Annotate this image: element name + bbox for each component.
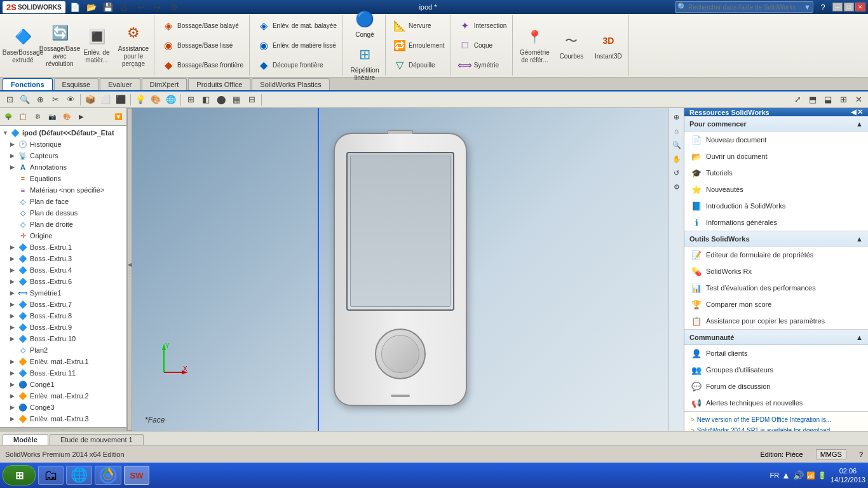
panel-collapse-handle[interactable]: ◀ · · ·	[127, 108, 132, 431]
item-ouvrir-doc[interactable]: 📂 Ouvrir un document	[684, 148, 868, 165]
viewport-quad-btn[interactable]: ⊞	[836, 93, 850, 106]
rebuild-btn[interactable]: ⚙	[167, 1, 181, 13]
tree-item-plan-droite[interactable]: ◇ Plan de droite	[1, 219, 125, 230]
item-forum[interactable]: 💬 Forum de discussion	[684, 378, 868, 395]
item-editeur-formulaire[interactable]: 📝 Editeur de formulaire de propriétés	[684, 247, 868, 263]
tree-item-equations[interactable]: = Equations	[1, 173, 125, 184]
news-item-1[interactable]: SolidWorks 2014 SP1 is available for dow…	[684, 425, 868, 431]
new-file-btn[interactable]: 📄	[68, 1, 82, 13]
tree-item-origine[interactable]: ✛ Origine	[1, 230, 125, 241]
nav-btn-4[interactable]: ✋	[670, 152, 683, 165]
tree-item-boss9[interactable]: ▶ 🔷 Boss.-Extru.9	[1, 322, 125, 333]
conge-btn[interactable]: 🔵 Congé	[347, 6, 383, 41]
item-nouveau-doc[interactable]: 📄 Nouveau document	[684, 132, 868, 148]
section-view-btn[interactable]: ✂	[48, 93, 62, 106]
section-communaute-header[interactable]: Communauté ▲	[684, 330, 868, 345]
open-file-btn[interactable]: 📂	[85, 1, 98, 13]
enlev-lisse-btn[interactable]: ◉ Enlèv. de matière lissé	[254, 36, 340, 54]
taskbar-chrome[interactable]	[95, 466, 121, 485]
tree-item-material[interactable]: ≡ Matériau <non spécifié>	[1, 184, 125, 196]
tree-item-boss11[interactable]: ▶ 🔷 Boss.-Extru.11	[1, 367, 125, 379]
display-manager-btn[interactable]: 🎨	[60, 111, 74, 123]
main-viewport[interactable]: Y X *Face	[132, 108, 668, 431]
bossage-balaye-btn[interactable]: ◈ Bossage/Base balayé	[158, 17, 247, 35]
viewport-split-h-btn[interactable]: ⬒	[806, 93, 820, 106]
nav-btn-1[interactable]: ⊕	[670, 111, 683, 123]
section-pour-commencer-header[interactable]: Pour commencer ▲	[684, 116, 868, 132]
tree-item-historique[interactable]: ▶ 🕐 Historique	[1, 139, 125, 150]
symetrie-btn[interactable]: ⟺ Symétrie	[455, 56, 510, 74]
feature-tree-content[interactable]: ▼ 🔷 ipod (Défaut<<Défaut>_Etat ▶ 🕐 Histo…	[0, 126, 126, 427]
filter-btn[interactable]: 🔽	[111, 111, 125, 123]
tab-esquisse[interactable]: Esquisse	[54, 78, 99, 90]
tree-item-symetrie1[interactable]: ▶ ⟺ Symétrie1	[1, 287, 125, 299]
tree-root-item[interactable]: ▼ 🔷 ipod (Défaut<<Défaut>_Etat	[1, 127, 125, 139]
tree-item-enlev1[interactable]: ▶ 🔶 Enlèv. mat.-Extru.1	[1, 356, 125, 367]
intersection-btn[interactable]: ✦ Intersection	[455, 17, 510, 35]
close-btn[interactable]: ✕	[855, 3, 865, 11]
cam-manager-btn[interactable]: 📷	[45, 111, 59, 123]
help-btn[interactable]: ?	[816, 1, 830, 13]
tree-item-boss6[interactable]: ▶ 🔷 Boss.-Extru.6	[1, 276, 125, 287]
bossage-lisse-btn[interactable]: ◉ Bossage/Base lissé	[158, 36, 247, 54]
tree-item-capteurs[interactable]: ▶ 📡 Capteurs	[1, 150, 125, 161]
tab-evaluer[interactable]: Evaluer	[100, 78, 140, 90]
assistance-percage-btn[interactable]: ⚙ Assistance pour le perçage	[116, 20, 151, 71]
tree-item-enlev3[interactable]: ▶ 🔶 Enlèv. mat.-Extru.3	[1, 413, 125, 424]
nav-btn-2[interactable]: ⌂	[670, 125, 683, 137]
nervure-btn[interactable]: 📐 Nervure	[390, 17, 448, 35]
tab-dimxpert[interactable]: DimXpert	[142, 78, 187, 90]
feature-tree-btn[interactable]: 🌳	[1, 111, 15, 123]
property-manager-btn[interactable]: 📋	[16, 111, 30, 123]
item-info-gen[interactable]: ℹ Informations générales	[684, 214, 868, 231]
item-nouveautes[interactable]: ⭐ Nouveautés	[684, 181, 868, 198]
hide-lines-btn[interactable]: ⬜	[98, 93, 112, 106]
help-search-input[interactable]	[688, 4, 803, 11]
repetition-btn[interactable]: ⊞ Répétition linéaire	[347, 42, 383, 85]
decoupe-frontiere-btn[interactable]: ◆ Découpe frontière	[254, 56, 340, 74]
zoom-to-fit-btn[interactable]: ⊡	[3, 93, 17, 106]
item-test-eval[interactable]: 📊 Test d'évaluation des performances	[684, 280, 868, 296]
start-button[interactable]: ⊞	[3, 465, 36, 485]
taskbar-ie[interactable]: 🌐	[66, 466, 92, 485]
item-comparer-score[interactable]: 🏆 Comparer mon score	[684, 296, 868, 313]
view-setting-3[interactable]: ⬤	[214, 93, 228, 106]
bottom-tab-modele[interactable]: Modèle	[3, 434, 48, 445]
nav-btn-5[interactable]: ↺	[670, 166, 683, 179]
help-icon[interactable]: ?	[859, 451, 863, 458]
tree-item-plan2[interactable]: ◇ Plan2	[1, 344, 125, 356]
nav-btn-3[interactable]: 🔍	[670, 139, 683, 151]
view-setting-1[interactable]: ⊞	[184, 93, 198, 106]
news-item-0[interactable]: New version of the EPDM Office Integrati…	[684, 414, 868, 425]
clock[interactable]: 02:06 14/12/2013	[831, 466, 865, 485]
item-portail-clients[interactable]: 👤 Portail clients	[684, 345, 868, 362]
bossage-frontiere-btn[interactable]: ◆ Bossage/Base frontière	[158, 56, 247, 74]
tree-item-plan-dessus[interactable]: ◇ Plan de dessus	[1, 207, 125, 219]
nav-btn-6[interactable]: ⚙	[670, 180, 683, 193]
geometrie-btn[interactable]: 📍 Géométrie de référ...	[517, 23, 552, 69]
taskbar-solidworks[interactable]: SW	[124, 466, 149, 485]
courbes-btn[interactable]: 〜 Courbes	[553, 23, 589, 69]
tab-fonctions[interactable]: Fonctions	[3, 78, 53, 90]
viewport-split-v-btn[interactable]: ⬓	[821, 93, 835, 106]
restore-btn[interactable]: □	[844, 3, 854, 11]
tray-icon-volume[interactable]: 🔊	[793, 470, 804, 480]
minimize-btn[interactable]: ─	[832, 3, 843, 11]
item-sw-rx[interactable]: 💊 SolidWorks Rx	[684, 263, 868, 280]
tree-item-plan-face[interactable]: ◇ Plan de face	[1, 196, 125, 207]
enlev-balayee-btn[interactable]: ◈ Enlèv. de mat. balayée	[254, 17, 340, 35]
bottom-tab-mouvement[interactable]: Etude de mouvement 1	[50, 434, 144, 445]
enlev-matiere-btn[interactable]: 🔳 Enlèv. de matièr...	[79, 23, 114, 69]
tree-item-enlev2[interactable]: ▶ 🔶 Enlèv. mat.-Extru.2	[1, 390, 125, 402]
appearance-btn[interactable]: 🎨	[149, 93, 163, 106]
tab-produits-office[interactable]: Produits Office	[188, 78, 250, 90]
taskbar-explorer[interactable]: 🗂	[38, 466, 64, 485]
item-tutoriels[interactable]: 🎓 Tutoriels	[684, 165, 868, 181]
more-btn[interactable]: ▶	[74, 111, 88, 123]
view-setting-5[interactable]: ⊟	[245, 93, 259, 106]
tree-item-boss8[interactable]: ▶ 🔷 Boss.-Extru.8	[1, 310, 125, 322]
save-btn[interactable]: 💾	[101, 1, 115, 13]
tab-sw-plastics[interactable]: SolidWorks Plastics	[252, 78, 329, 90]
lighting-btn[interactable]: 💡	[133, 93, 147, 106]
tree-item-conge1[interactable]: ▶ 🔵 Congé1	[1, 379, 125, 390]
